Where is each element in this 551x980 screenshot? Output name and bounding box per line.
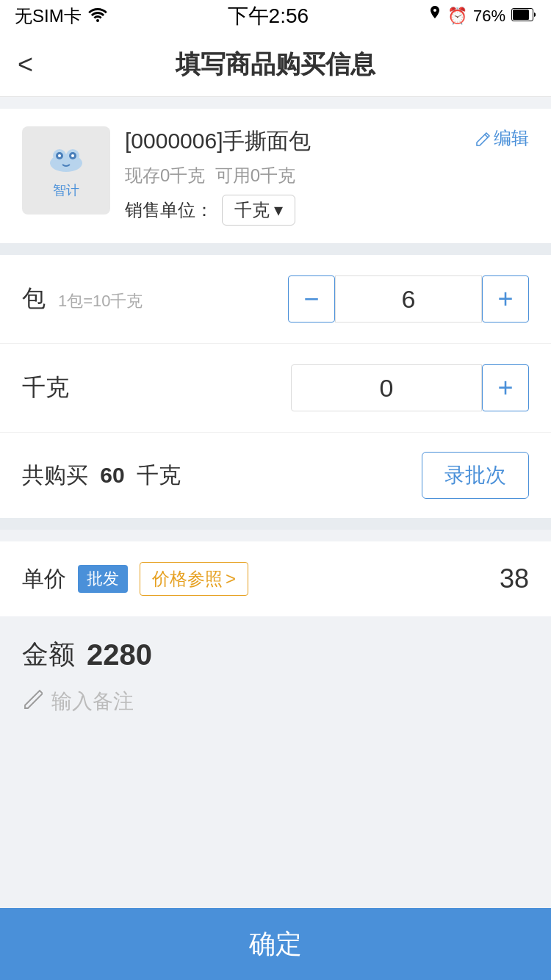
carrier-text: 无SIM卡 [15, 4, 82, 28]
bag-minus-button[interactable]: − [288, 275, 335, 323]
product-info: [0000006]手撕面包 编辑 现存0千克 可用0千克 销售单位： 千克 ▾ [125, 126, 529, 226]
back-button[interactable]: < [18, 49, 33, 80]
unit-prefix-label: 销售单位： [125, 198, 213, 222]
status-time: 下午2:56 [228, 2, 309, 30]
kg-input-row: 千克 + [0, 344, 551, 433]
nav-bar: < 填写商品购买信息 [0, 32, 551, 97]
separator-1 [0, 243, 551, 255]
edit-label: 编辑 [494, 126, 529, 150]
bag-plus-button[interactable]: + [482, 275, 529, 323]
kg-quantity-input[interactable] [291, 364, 482, 411]
bag-input-row: 包 1包=10千克 − + [0, 255, 551, 344]
batch-button[interactable]: 录批次 [422, 452, 529, 499]
logo-label: 智计 [53, 181, 79, 199]
price-ref-button[interactable]: 价格参照 > [140, 562, 248, 596]
amount-section: 金额 2280 输入备注 [0, 616, 551, 730]
status-right: ⏰ 76% [428, 6, 536, 26]
price-left: 单价 批发 价格参照 > [22, 562, 248, 596]
status-bar: 无SIM卡 下午2:56 ⏰ 76% [0, 0, 551, 32]
kg-quantity-control: + [291, 364, 529, 411]
edit-button[interactable]: 编辑 [475, 126, 529, 150]
separator-2 [0, 518, 551, 530]
svg-point-8 [71, 154, 74, 157]
amount-label: 金额 [22, 637, 75, 673]
price-tag: 批发 [78, 565, 128, 593]
product-logo-icon [46, 143, 86, 179]
input-section: 包 1包=10千克 − + 千克 + [0, 255, 551, 433]
status-left: 无SIM卡 [15, 4, 108, 28]
summary-row: 共购买 60 千克 录批次 [0, 433, 551, 518]
svg-point-7 [58, 154, 61, 157]
unit-select[interactable]: 千克 ▾ [222, 195, 295, 226]
kg-label: 千克 [22, 372, 291, 404]
product-unit-row: 销售单位： 千克 ▾ [125, 195, 529, 226]
remark-row[interactable]: 输入备注 [22, 688, 529, 730]
amount-row: 金额 2280 [22, 637, 529, 673]
svg-rect-1 [513, 10, 529, 20]
location-icon [428, 6, 442, 26]
amount-value: 2280 [87, 638, 152, 671]
price-value: 38 [500, 563, 529, 594]
bag-sublabel: 1包=10千克 [58, 292, 143, 310]
kg-plus-button[interactable]: + [482, 364, 529, 411]
summary-amount: 60 [100, 463, 124, 487]
price-label: 单价 [22, 564, 66, 594]
bag-label: 包 1包=10千克 [22, 283, 288, 315]
bag-quantity-input[interactable] [335, 275, 482, 323]
remark-placeholder[interactable]: 输入备注 [51, 688, 134, 716]
product-stock: 现存0千克 可用0千克 [125, 164, 529, 187]
page-title: 填写商品购买信息 [176, 48, 375, 82]
summary-text: 共购买 60 千克 [22, 461, 181, 491]
product-name: [0000006]手撕面包 [125, 126, 311, 156]
battery-text: 76% [473, 7, 505, 26]
bag-quantity-control: − + [288, 275, 529, 323]
battery-icon [511, 7, 536, 26]
pencil-icon [22, 689, 43, 715]
product-card: 智计 [0000006]手撕面包 编辑 现存0千克 可用0千克 销售单位： 千克… [0, 109, 551, 243]
alarm-icon: ⏰ [447, 7, 467, 26]
confirm-button[interactable]: 确定 [0, 908, 551, 980]
price-section: 单价 批发 价格参照 > 38 [0, 541, 551, 616]
product-image: 智计 [22, 126, 110, 215]
wifi-icon [87, 6, 108, 26]
